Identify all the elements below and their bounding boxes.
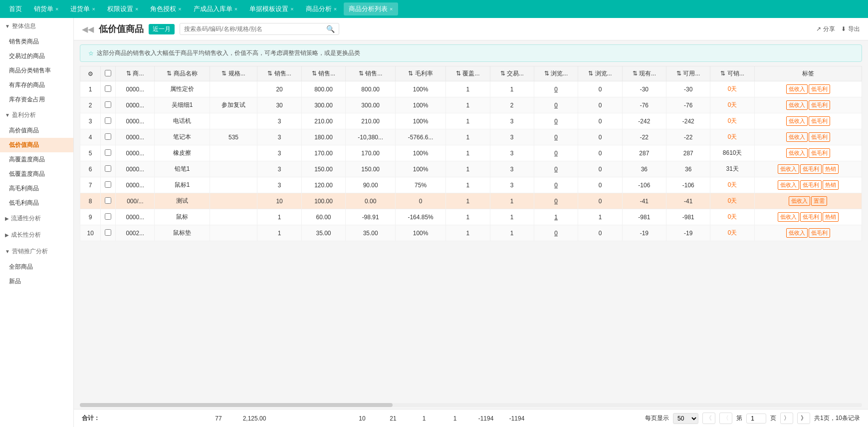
sales-amt-column-header[interactable]: ⇅ 销售... <box>301 66 345 81</box>
sidebar-item-traded-products[interactable]: 交易过的商品 <box>0 49 73 63</box>
nav-home[interactable]: 首页 <box>4 2 27 15</box>
sidebar-section-overall[interactable]: ▼ 整体信息 <box>0 18 73 34</box>
browse1-value[interactable]: 0 <box>554 118 558 125</box>
spec-column-header[interactable]: ⇅ 规格... <box>210 66 257 81</box>
nav-product-in[interactable]: 产成品入库单 × <box>189 2 242 15</box>
sidebar-item-sales-products[interactable]: 销售类商品 <box>0 34 73 49</box>
settings-column-header[interactable]: ⚙ <box>80 66 101 81</box>
row-checkbox[interactable] <box>105 165 111 172</box>
row-checkbox[interactable] <box>105 85 111 92</box>
row-checkbox-cell[interactable] <box>101 113 116 129</box>
close-icon[interactable]: × <box>135 6 138 12</box>
sellable-column-header[interactable]: ⇅ 可销... <box>710 66 754 81</box>
sidebar-item-high-value[interactable]: 高价值商品 <box>0 123 73 138</box>
scrollbar-thumb[interactable] <box>80 403 393 407</box>
browse1-value[interactable]: 0 <box>554 86 558 93</box>
sidebar-item-category-rate[interactable]: 商品分类销售率 <box>0 63 73 78</box>
checkbox-column-header[interactable] <box>101 66 116 81</box>
sidebar-item-stocked-products[interactable]: 有库存的商品 <box>0 78 73 92</box>
browse1-value[interactable]: 1 <box>554 214 558 221</box>
close-icon[interactable]: × <box>55 6 58 12</box>
browse1[interactable]: 0 <box>534 97 578 113</box>
browse1[interactable]: 0 <box>534 81 578 97</box>
row-checkbox-cell[interactable] <box>101 209 116 225</box>
row-checkbox[interactable] <box>105 213 111 220</box>
sidebar-item-new-products[interactable]: 新品 <box>0 274 73 289</box>
share-button[interactable]: ↗ 分享 <box>816 25 835 33</box>
sidebar-section-marketing[interactable]: ▼ 营销推广分析 <box>0 243 73 260</box>
close-icon[interactable]: × <box>234 6 237 12</box>
browse1-value[interactable]: 0 <box>554 166 558 173</box>
export-button[interactable]: ⬇ 导出 <box>841 25 860 33</box>
period-tag-button[interactable]: 近一月 <box>149 24 175 34</box>
row-checkbox-cell[interactable] <box>101 225 116 241</box>
sales-avg-column-header[interactable]: ⇅ 销售... <box>346 66 396 81</box>
close-icon[interactable]: × <box>390 6 393 12</box>
row-checkbox[interactable] <box>105 117 111 124</box>
sidebar-section-flow[interactable]: ▶ 流通性分析 <box>0 210 73 227</box>
browse1-value[interactable]: 0 <box>554 150 558 157</box>
nav-role-auth[interactable]: 角色授权 × <box>145 2 186 15</box>
code-column-header[interactable]: ⇅ 商... <box>116 66 155 81</box>
gross-rate-column-header[interactable]: ⇅ 毛利率 <box>396 66 446 81</box>
sidebar-item-high-profit[interactable]: 高毛利商品 <box>0 181 73 196</box>
browse1-value[interactable]: 0 <box>554 134 558 141</box>
available-column-header[interactable]: ⇅ 可用... <box>666 66 710 81</box>
nav-product-analysis[interactable]: 商品分析 × <box>301 2 342 15</box>
name-column-header[interactable]: ⇅ 商品名称 <box>155 66 210 81</box>
row-checkbox[interactable] <box>105 133 111 140</box>
tags-column-header[interactable]: 标签 <box>754 66 862 81</box>
current-column-header[interactable]: ⇅ 现有... <box>622 66 666 81</box>
next-page-button[interactable]: 〉 <box>780 413 793 424</box>
browse1-value[interactable]: 0 <box>554 230 558 237</box>
sidebar-item-all-products[interactable]: 全部商品 <box>0 260 73 274</box>
sidebar-item-low-value[interactable]: 低价值商品 <box>0 138 73 152</box>
last-page-button[interactable]: 》 <box>797 413 810 424</box>
browse1[interactable]: 0 <box>534 193 578 209</box>
nav-permission-settings[interactable]: 权限设置 × <box>102 2 143 15</box>
browse1[interactable]: 0 <box>534 161 578 177</box>
first-page-button[interactable]: 《 <box>702 413 715 424</box>
browse1[interactable]: 0 <box>534 129 578 145</box>
browse1-value[interactable]: 0 <box>554 198 558 205</box>
browse1[interactable]: 0 <box>534 145 578 161</box>
nav-sales-order[interactable]: 销货单 × <box>29 2 63 15</box>
horizontal-scrollbar[interactable] <box>80 403 862 407</box>
sales-qty-column-header[interactable]: ⇅ 销售... <box>257 66 301 81</box>
page-number-input[interactable] <box>746 414 766 424</box>
browse1[interactable]: 0 <box>534 177 578 193</box>
close-icon[interactable]: × <box>290 6 293 12</box>
browse1[interactable]: 0 <box>534 113 578 129</box>
browse1-value[interactable]: 0 <box>554 182 558 189</box>
row-checkbox[interactable] <box>105 149 111 156</box>
row-checkbox-cell[interactable] <box>101 145 116 161</box>
row-checkbox-cell[interactable] <box>101 177 116 193</box>
collapse-sidebar-button[interactable]: ◀◀ <box>82 24 94 34</box>
browse2-column-header[interactable]: ⇅ 浏览... <box>578 66 622 81</box>
per-page-select[interactable]: 50 100 200 <box>673 413 698 424</box>
coverage-column-header[interactable]: ⇅ 覆盖... <box>446 66 490 81</box>
close-icon[interactable]: × <box>92 6 95 12</box>
sidebar-item-high-coverage[interactable]: 高覆盖度商品 <box>0 152 73 167</box>
select-all-checkbox[interactable] <box>105 70 111 76</box>
search-input[interactable] <box>184 25 326 32</box>
row-checkbox-cell[interactable] <box>101 129 116 145</box>
close-icon[interactable]: × <box>178 6 181 12</box>
browse1[interactable]: 1 <box>534 209 578 225</box>
sidebar-section-profit[interactable]: ▼ 盈利分析 <box>0 107 73 123</box>
sidebar-item-low-coverage[interactable]: 低覆盖度商品 <box>0 167 73 181</box>
row-checkbox-cell[interactable] <box>101 81 116 97</box>
gear-icon[interactable]: ⚙ <box>88 70 93 77</box>
row-checkbox[interactable] <box>105 197 111 204</box>
search-icon[interactable]: 🔍 <box>326 25 335 33</box>
prev-page-button[interactable]: 〈 <box>719 413 732 424</box>
browse1-value[interactable]: 0 <box>554 102 558 109</box>
row-checkbox[interactable] <box>105 181 111 188</box>
row-checkbox[interactable] <box>105 101 111 108</box>
sidebar-section-growth[interactable]: ▶ 成长性分析 <box>0 227 73 243</box>
row-checkbox-cell[interactable] <box>101 161 116 177</box>
browse1[interactable]: 0 <box>534 225 578 241</box>
nav-purchase-order[interactable]: 进货单 × <box>65 2 100 15</box>
close-icon[interactable]: × <box>334 6 337 12</box>
row-checkbox-cell[interactable] <box>101 97 116 113</box>
